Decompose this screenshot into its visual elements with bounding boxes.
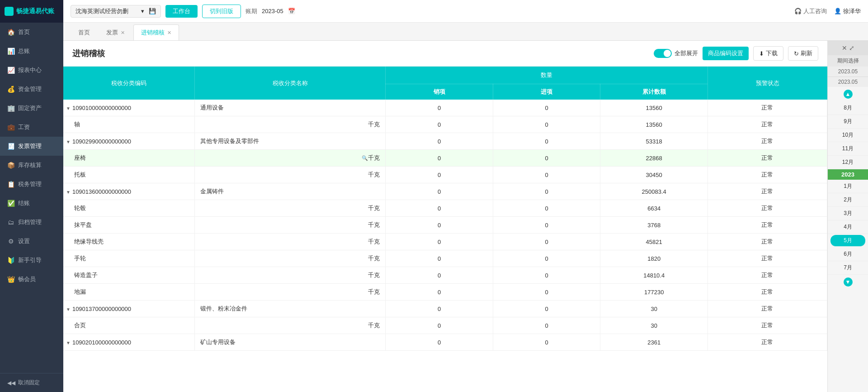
sidebar-item-inventory[interactable]: 📦 库存核算 — [0, 156, 63, 175]
old-version-button[interactable]: 切到旧版 — [202, 5, 241, 18]
table-cell-purchase: 0 — [493, 200, 600, 217]
table-cell-item-name: 抹平盘 — [63, 217, 194, 234]
refresh-label: 刷新 — [801, 49, 812, 57]
sidebar-item-payroll[interactable]: 💼 工资 — [0, 118, 63, 137]
period-month-12[interactable]: 12月 — [828, 156, 868, 169]
product-code-button[interactable]: 商品编码设置 — [703, 47, 749, 60]
table-cell-sales: 0 — [386, 267, 493, 284]
table-cell-purchase: 0 — [493, 234, 600, 250]
table-cell-purchase: 0 — [493, 317, 600, 334]
period-month-4[interactable]: 4月 — [828, 220, 868, 234]
period-month-2[interactable]: 2月 — [828, 193, 868, 207]
table-cell-unit: 千克 — [194, 217, 385, 234]
sidebar-item-home[interactable]: 🏠 首页 — [0, 23, 63, 42]
collapse-triangle[interactable]: ▼ — [66, 139, 71, 144]
collapse-triangle[interactable]: ▼ — [66, 190, 71, 195]
workbench-button[interactable]: 工作台 — [165, 5, 198, 18]
sidebar-item-tax[interactable]: 📋 税务管理 — [0, 175, 63, 194]
tab-invoice[interactable]: 发票 ✕ — [99, 24, 132, 40]
page-header: 进销稽核 全部展开 商品编码设置 ⬇ 下载 ↻ 刷新 — [63, 41, 827, 67]
tab-home[interactable]: 首页 — [71, 24, 98, 40]
sidebar-item-assets[interactable]: 🏢 固定资产 — [0, 99, 63, 118]
table-cell-warning: 正常 — [708, 267, 827, 284]
period-month-6[interactable]: 6月 — [828, 248, 868, 261]
table-cell-sales: 0 — [386, 200, 493, 217]
th-tax-name: 税收分类名称 — [194, 67, 385, 100]
sidebar-item-reports[interactable]: 📈 报表中心 — [0, 61, 63, 80]
topbar: 沈海英测试经营勿删 ▾ 💾 工作台 切到旧版 账期 2023-05 📅 🎧 人工… — [63, 0, 868, 23]
download-button[interactable]: ⬇ 下载 — [753, 46, 783, 61]
table-cell-code: ▼109010000000000000 — [63, 100, 194, 116]
sidebar-item-settlement[interactable]: ✅ 结账 — [0, 194, 63, 213]
table-cell-unit: 千克 — [194, 200, 385, 217]
period-month-10[interactable]: 10月 — [828, 129, 868, 142]
th-tax-code: 税收分类编码 — [63, 67, 194, 100]
table-cell-purchase: 0 — [493, 301, 600, 317]
headset-icon: 🎧 — [794, 8, 802, 14]
sidebar-item-funds[interactable]: 💰 资金管理 — [0, 80, 63, 99]
collapse-triangle[interactable]: ▼ — [66, 307, 71, 312]
app-name: 畅捷通易代账 — [16, 7, 54, 15]
period-month-3[interactable]: 3月 — [828, 207, 868, 220]
table-cell-sales: 0 — [386, 301, 493, 317]
period-month-7[interactable]: 7月 — [828, 261, 868, 275]
tab-reconcile[interactable]: 进销稽核 ✕ — [133, 24, 179, 40]
table-cell-total: 53318 — [600, 133, 708, 150]
expand-panel-icon[interactable]: ⤢ — [849, 44, 854, 52]
table-cell-warning: 正常 — [708, 133, 827, 150]
collapse-triangle[interactable]: ▼ — [66, 106, 71, 111]
table-cell-unit: 千克 — [194, 267, 385, 284]
table-cell-name: 锻件、粉末冶金件 — [194, 301, 385, 317]
member-icon: 👑 — [7, 276, 14, 283]
customer-service-button[interactable]: 🎧 人工咨询 — [794, 7, 827, 15]
table-row: 轮毂 千克 0 0 6634 正常 — [63, 200, 827, 217]
close-panel-icon[interactable]: ✕ — [842, 44, 847, 52]
period-month-8[interactable]: 8月 — [828, 101, 868, 115]
sidebar-unpin-button[interactable]: ◀◀ 取消固定 — [0, 373, 63, 392]
user-info[interactable]: 👤 徐泽华 — [834, 7, 861, 15]
table-cell-sales: 0 — [386, 183, 493, 200]
assets-icon: 🏢 — [7, 105, 14, 112]
table-cell-total: 45821 — [600, 234, 708, 250]
calendar-icon[interactable]: 📅 — [288, 8, 295, 14]
tab-reconcile-close[interactable]: ✕ — [167, 30, 171, 36]
period-up-button[interactable]: ▲ — [844, 90, 853, 99]
collapse-triangle[interactable]: ▼ — [66, 340, 71, 345]
table-cell-total: 13560 — [600, 100, 708, 116]
sidebar-label-payroll: 工资 — [18, 123, 30, 131]
table-cell-warning: 正常 — [708, 234, 827, 250]
refresh-button[interactable]: ↻ 刷新 — [788, 46, 818, 61]
table-cell-warning: 正常 — [708, 100, 827, 116]
table-cell-warning: 正常 — [708, 200, 827, 217]
company-selector[interactable]: 沈海英测试经营勿删 ▾ 💾 — [71, 5, 161, 18]
period-month-5[interactable]: 5月 — [830, 235, 865, 247]
period-month-9[interactable]: 9月 — [828, 115, 868, 129]
home-icon: 🏠 — [7, 29, 14, 36]
table-cell-sales: 0 — [386, 133, 493, 150]
period-month-1[interactable]: 1月 — [828, 180, 868, 193]
search-icon[interactable]: 🔍 — [362, 155, 368, 161]
period-year-2023-top[interactable]: 2023.05 — [828, 67, 868, 76]
sidebar-label-guide: 新手引导 — [18, 256, 42, 264]
right-panel-header: ✕ ⤢ — [828, 41, 868, 55]
period-month-11[interactable]: 11月 — [828, 142, 868, 156]
sidebar-item-guide[interactable]: 🔰 新手引导 — [0, 251, 63, 270]
tab-invoice-close[interactable]: ✕ — [121, 30, 125, 36]
period-year-2023-top2[interactable]: 2023.05 — [828, 76, 868, 87]
table-cell-total: 6634 — [600, 200, 708, 217]
sidebar-item-invoice[interactable]: 🧾 发票管理 — [0, 137, 63, 156]
period-down-button[interactable]: ▼ — [844, 277, 853, 287]
table-cell-item-name: 绝缘导线壳 — [63, 234, 194, 250]
table-row: 轴 千克 0 0 13560 正常 — [63, 116, 827, 133]
sidebar-item-member[interactable]: 👑 畅会员 — [0, 270, 63, 289]
table-cell-warning: 正常 — [708, 334, 827, 351]
table-row: 抹平盘 千克 0 0 3768 正常 — [63, 217, 827, 234]
table-cell-code: ▼109013700000000000 — [63, 301, 194, 317]
table-cell-purchase: 0 — [493, 217, 600, 234]
table-cell-unit: 千克 — [194, 250, 385, 267]
period-year-2023-marker[interactable]: 2023 — [828, 169, 868, 180]
sidebar-item-ledger[interactable]: 📊 总账 — [0, 42, 63, 61]
sidebar-item-settings[interactable]: ⚙ 设置 — [0, 232, 63, 251]
expand-all-toggle[interactable] — [654, 49, 672, 58]
sidebar-item-archive[interactable]: 🗂 归档管理 — [0, 213, 63, 232]
